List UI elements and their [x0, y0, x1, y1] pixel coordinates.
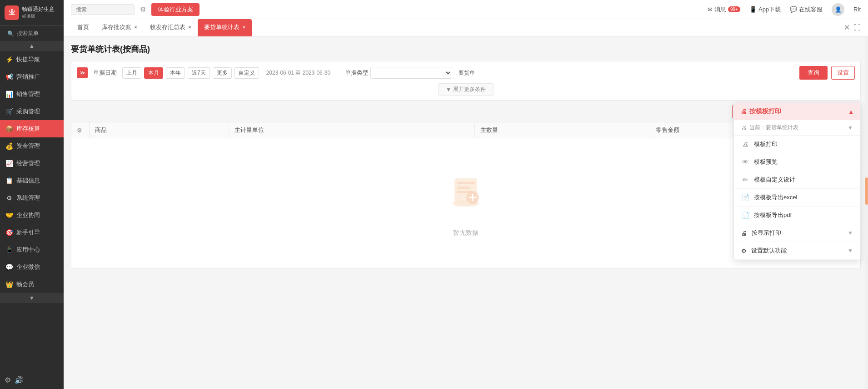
tab-order-stats-close[interactable]: × [242, 25, 245, 30]
topbar: ⚙ 体验行业方案 ✉ 消息 99+ 📱 App下载 💬 在线客服 👤 Rit [64, 0, 868, 19]
online-service-item[interactable]: 💬 在线客服 [790, 5, 823, 14]
date-btn-custom[interactable]: 自定义 [234, 67, 259, 79]
sidebar-item-marketing[interactable]: 📢 营销推广 [0, 68, 64, 86]
sales-icon: 📊 [5, 91, 14, 98]
settings-button[interactable]: 设置 [831, 66, 855, 80]
dropdown-item-template-excel[interactable]: 📄 按模板导出excel [734, 189, 860, 207]
date-btn-current-month[interactable]: 本月 [144, 67, 163, 79]
scrollbar-thumb[interactable] [865, 177, 868, 205]
settings-bottom-icon[interactable]: ⚙ [5, 376, 11, 384]
messages-item[interactable]: ✉ 消息 99+ [708, 5, 740, 14]
table-column-settings-icon[interactable]: ⚙ [77, 127, 82, 134]
tab-batch-account[interactable]: 库存批次账 × [95, 19, 144, 36]
sidebar-item-apps[interactable]: 📱 应用中心 [0, 241, 64, 258]
guide-icon: 🎯 [5, 229, 14, 236]
sidebar-search[interactable]: 🔍 搜索菜单 [0, 26, 64, 41]
app-download-item[interactable]: 📱 App下载 [749, 5, 781, 14]
tab-home[interactable]: 首页 [71, 19, 95, 36]
order-type-select[interactable] [370, 67, 452, 79]
current-template-label: 🖨 当前：要货单统计表 [741, 124, 798, 131]
print-header-icon: 🖨 [740, 108, 747, 115]
tabs-actions: ✕ ⛶ [844, 23, 861, 32]
sound-icon[interactable]: 🔊 [15, 376, 24, 384]
sidebar-item-member[interactable]: 👑 畅会员 [0, 276, 64, 293]
empty-text: 暂无数据 [453, 229, 479, 237]
topbar-right: ✉ 消息 99+ 📱 App下载 💬 在线客服 👤 Rit [708, 3, 861, 16]
print-dropdown-menu: 🖨 按模板打印 ▲ 🖨 当前：要货单统计表 ▼ 🖨 模板打印 👁 模板预览 [733, 102, 861, 260]
trial-button[interactable]: 体验行业方案 [151, 3, 200, 16]
sidebar-bottom: ⚙ 🔊 [0, 371, 64, 389]
sidebar-item-enterprise[interactable]: 🤝 企业协同 [0, 207, 64, 224]
sidebar-scroll-down[interactable]: ▼ [0, 293, 64, 303]
sidebar-scroll-up[interactable]: ▲ [0, 41, 64, 51]
sidebar-item-inventory[interactable]: 📦 库存核算 [0, 120, 64, 137]
filter-bar: ≫ 单据日期 上月 本月 本年 近7天 更多 自定义 2023-06-01 至 … [71, 61, 861, 101]
operation-icon: 📈 [5, 160, 14, 167]
sidebar-item-guide[interactable]: 🎯 新手引导 [0, 224, 64, 241]
date-btn-current-year[interactable]: 本年 [166, 67, 185, 79]
sidebar-item-wechat[interactable]: 💬 企业微信 [0, 258, 64, 276]
tab-receipt-summary-close[interactable]: × [188, 25, 191, 30]
dropdown-item-template-preview[interactable]: 👁 模板预览 [734, 153, 860, 171]
sidebar-item-quick-nav[interactable]: ⚡ 快捷导航 [0, 51, 64, 68]
display-print-arrow: ▼ [848, 230, 853, 236]
template-preview-icon: 👁 [741, 158, 749, 166]
system-icon: ⚙ [5, 194, 14, 202]
dropdown-header-title: 🖨 按模板打印 [740, 107, 781, 116]
current-template-arrow: ▼ [848, 125, 853, 131]
filter-collapse-btn[interactable]: ≫ [77, 67, 88, 78]
query-button[interactable]: 查询 [799, 66, 828, 80]
close-tab-button[interactable]: ✕ [844, 23, 850, 32]
inventory-icon: 📦 [5, 125, 14, 132]
sidebar-item-purchase[interactable]: 🛒 采购管理 [0, 103, 64, 120]
dropdown-collapse-arrow[interactable]: ▲ [848, 108, 854, 115]
sidebar-logo: 业 畅赚通好生意 标准版 [0, 0, 64, 26]
service-icon: 💬 [790, 6, 797, 13]
expand-tab-button[interactable]: ⛶ [853, 24, 861, 32]
tab-receipt-summary[interactable]: 收发存汇总表 × [144, 19, 198, 36]
purchase-icon: 🛒 [5, 108, 14, 115]
template-excel-icon: 📄 [741, 194, 749, 201]
order-type-filter: 单据类型 要货单 [345, 67, 475, 79]
dropdown-item-template-custom[interactable]: ✏ 模板自定义设计 [734, 171, 860, 189]
sidebar-item-basic[interactable]: 📋 基础信息 [0, 172, 64, 189]
requisition-label: 要货单 [459, 69, 475, 77]
avatar[interactable]: 👤 [832, 3, 844, 16]
col-product: 商品 [90, 122, 229, 138]
col-unit: 主计量单位 [229, 122, 475, 138]
tab-batch-account-close[interactable]: × [134, 25, 137, 30]
filter-row: ≫ 单据日期 上月 本月 本年 近7天 更多 自定义 2023-06-01 至 … [77, 66, 855, 80]
date-filter-label: 单据日期 [93, 69, 117, 77]
date-btn-7days[interactable]: 近7天 [188, 67, 210, 79]
sidebar-item-system[interactable]: ⚙ 系统管理 [0, 189, 64, 207]
page-title: 要货单统计表(按商品) [71, 44, 861, 55]
sidebar: 业 畅赚通好生意 标准版 🔍 搜索菜单 ▲ ⚡ 快捷导航 📢 营销推广 📊 销售… [0, 0, 64, 389]
sidebar-item-finance[interactable]: 💰 资金管理 [0, 137, 64, 155]
svg-rect-3 [457, 187, 470, 189]
date-btn-prev-month[interactable]: 上月 [122, 67, 141, 79]
message-icon: ✉ [708, 6, 713, 13]
dropdown-item-template-print[interactable]: 🖨 模板打印 [734, 136, 860, 153]
template-print-icon: 🖨 [741, 141, 749, 148]
display-print-left: 🖨 按显示打印 [741, 229, 781, 237]
topbar-gear-icon[interactable]: ⚙ [140, 5, 146, 14]
sidebar-item-operation[interactable]: 📈 经营管理 [0, 155, 64, 172]
default-func-icon: ⚙ [741, 248, 747, 254]
order-type-label: 单据类型 [345, 69, 369, 77]
empty-icon [443, 169, 489, 223]
messages-badge: 99+ [728, 6, 740, 12]
topbar-search-input[interactable] [71, 4, 135, 15]
display-print-icon: 🖨 [741, 230, 747, 237]
template-custom-icon: ✏ [741, 176, 749, 183]
dropdown-sub-default-func[interactable]: ⚙ 设置默认功能 ▼ [734, 242, 860, 260]
dropdown-sub-display-print[interactable]: 🖨 按显示打印 ▼ [734, 224, 860, 242]
expand-more-btn[interactable]: ▼ 展开更多条件 [438, 83, 494, 96]
dropdown-item-template-pdf[interactable]: 📄 按模板导出pdf [734, 207, 860, 224]
sidebar-item-sales[interactable]: 📊 销售管理 [0, 86, 64, 103]
date-btn-more[interactable]: 更多 [213, 67, 232, 79]
date-range-display: 2023-06-01 至 2023-06-30 [266, 69, 330, 77]
tab-order-stats[interactable]: 要货单统计表 × [198, 19, 252, 36]
wechat-icon: 💬 [5, 263, 14, 271]
scrollbar-track[interactable] [865, 36, 868, 389]
template-pdf-icon: 📄 [741, 212, 749, 219]
